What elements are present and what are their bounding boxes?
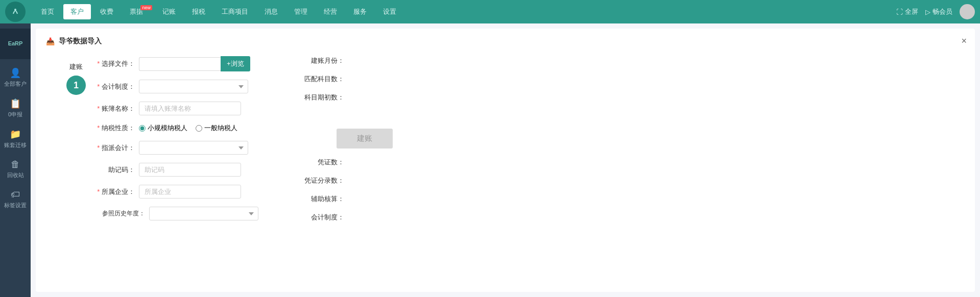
- aux-row: 辅助核算：: [298, 194, 431, 204]
- panel-title: 导爷数据导入: [59, 37, 102, 46]
- create-account-button[interactable]: 建账: [337, 129, 393, 148]
- tax-label: 纳税性质：: [94, 123, 135, 133]
- history-row: 参照历史年度：: [94, 207, 278, 220]
- right-actions: 建账: [298, 113, 431, 148]
- svg-point-1: [14, 9, 16, 11]
- tax-small-scale[interactable]: 小规模纳税人: [139, 123, 187, 133]
- company-input[interactable]: [139, 185, 241, 199]
- accounting-sys-row: 会计制度：: [298, 213, 431, 222]
- content-area: 📥 导爷数据导入 × 建账 1 选择文件：: [31, 23, 980, 297]
- trash-icon: 🗑: [11, 159, 20, 170]
- tax-radio-group: 小规模纳税人 一般纳税人: [139, 123, 237, 133]
- memo-row: 助记码：: [94, 163, 278, 177]
- report-icon: 📋: [10, 98, 21, 109]
- company-label: 所属企业：: [94, 187, 135, 196]
- accountant-label: 指派会计：: [94, 143, 135, 153]
- nav-fee[interactable]: 收费: [93, 4, 121, 19]
- main-layout: EaRP 👤 全部客户 📋 0申报 📁 账套迁移 🗑 回收站 🏷 标签设置 📥 …: [0, 23, 980, 297]
- panel-header: 📥 导爷数据导入: [46, 37, 965, 46]
- history-label: 参照历史年度：: [94, 209, 145, 218]
- sidebar-item-tag-settings[interactable]: 🏷 标签设置: [0, 185, 31, 213]
- history-select[interactable]: [149, 207, 258, 220]
- month-row: 建账月份：: [298, 56, 431, 65]
- sidebar: EaRP 👤 全部客户 📋 0申报 📁 账套迁移 🗑 回收站 🏷 标签设置: [0, 23, 31, 297]
- aux-label: 辅助核算：: [298, 194, 344, 204]
- person-icon: 👤: [10, 67, 21, 79]
- fullscreen-button[interactable]: ⛶ 全屏: [896, 7, 918, 16]
- step-label: 建账: [69, 62, 83, 71]
- sidebar-logo: EaRP: [0, 29, 31, 59]
- file-row: 选择文件： +浏览: [94, 56, 278, 71]
- nav-ticket[interactable]: 票据 new: [123, 4, 153, 19]
- month-label: 建账月份：: [298, 56, 344, 65]
- sidebar-item-all-customers[interactable]: 👤 全部客户: [0, 63, 31, 92]
- svg-point-0: [10, 6, 21, 17]
- voucher-records-label: 凭证分录数：: [298, 176, 344, 185]
- match-label: 匹配科目数：: [298, 75, 344, 84]
- right-info-panel: 建账月份： 匹配科目数： 科目期初数： 建账: [298, 56, 431, 222]
- accountant-select[interactable]: [139, 141, 248, 155]
- nav-service[interactable]: 服务: [346, 4, 374, 19]
- nav-message[interactable]: 消息: [257, 4, 285, 19]
- accounting-row: 会计制度：: [94, 80, 278, 93]
- voucher-records-row: 凭证分录数：: [298, 176, 431, 185]
- nav-home[interactable]: 首页: [34, 4, 61, 19]
- tag-icon: 🏷: [11, 189, 20, 200]
- ledger-input[interactable]: [139, 102, 241, 115]
- browse-button[interactable]: +浏览: [221, 56, 250, 71]
- accounting-sys-label: 会计制度：: [298, 213, 344, 222]
- file-input-wrap: +浏览: [139, 56, 250, 71]
- match-row: 匹配科目数：: [298, 75, 431, 84]
- top-nav: 首页 客户 收费 票据 new 记账 报税 工商项目 消息 管理 经营 服务 设…: [0, 0, 980, 23]
- app-logo: [5, 2, 26, 22]
- nav-business[interactable]: 工商项目: [214, 4, 255, 19]
- import-icon: 📥: [46, 37, 55, 45]
- close-button[interactable]: ×: [961, 36, 967, 46]
- new-badge: new: [140, 5, 152, 10]
- initial-row: 科目期初数：: [298, 93, 431, 102]
- nav-items: 首页 客户 收费 票据 new 记账 报税 工商项目 消息 管理 经营 服务 设…: [34, 4, 896, 19]
- ledger-row: 账簿名称：: [94, 102, 278, 115]
- voucher-label: 凭证数：: [298, 158, 344, 167]
- memo-label: 助记码：: [94, 165, 135, 175]
- user-avatar[interactable]: [960, 4, 975, 19]
- folder-icon: 📁: [10, 129, 21, 140]
- memo-input[interactable]: [139, 163, 241, 177]
- member-icon: ▷: [925, 8, 930, 16]
- form-container: 建账 1 选择文件： +浏览: [46, 56, 965, 222]
- file-text-input[interactable]: [139, 57, 221, 71]
- sidebar-item-trash[interactable]: 🗑 回收站: [0, 155, 31, 183]
- file-label: 选择文件：: [94, 59, 135, 68]
- fullscreen-icon: ⛶: [896, 8, 903, 16]
- nav-operation[interactable]: 经营: [317, 4, 344, 19]
- step-badge: 1: [66, 76, 86, 95]
- accounting-label: 会计制度：: [94, 82, 135, 91]
- member-button[interactable]: ▷ 畅会员: [925, 7, 952, 16]
- nav-bookkeeping[interactable]: 记账: [155, 4, 183, 19]
- accountant-row: 指派会计：: [94, 141, 278, 155]
- tax-general-radio[interactable]: [196, 125, 202, 132]
- nav-manage[interactable]: 管理: [287, 4, 315, 19]
- step-section: 建账 1 选择文件： +浏览: [66, 56, 278, 222]
- nav-customer[interactable]: 客户: [63, 4, 91, 19]
- form-fields: 选择文件： +浏览 会计制度：: [94, 56, 278, 220]
- voucher-row: 凭证数：: [298, 158, 431, 167]
- main-panel: 📥 导爷数据导入 × 建账 1 选择文件：: [36, 29, 975, 292]
- company-row: 所属企业：: [94, 185, 278, 199]
- nav-settings[interactable]: 设置: [376, 4, 403, 19]
- initial-label: 科目期初数：: [298, 93, 344, 102]
- sidebar-item-zero-report[interactable]: 📋 0申报: [0, 94, 31, 122]
- tax-small-radio[interactable]: [139, 125, 146, 132]
- accounting-select[interactable]: [139, 80, 248, 93]
- sidebar-item-account-migration[interactable]: 📁 账套迁移: [0, 125, 31, 153]
- nav-right: ⛶ 全屏 ▷ 畅会员: [896, 4, 975, 19]
- ledger-label: 账簿名称：: [94, 104, 135, 113]
- tax-row: 纳税性质： 小规模纳税人 一般纳税人: [94, 123, 278, 133]
- tax-general[interactable]: 一般纳税人: [196, 123, 237, 133]
- nav-tax[interactable]: 报税: [185, 4, 212, 19]
